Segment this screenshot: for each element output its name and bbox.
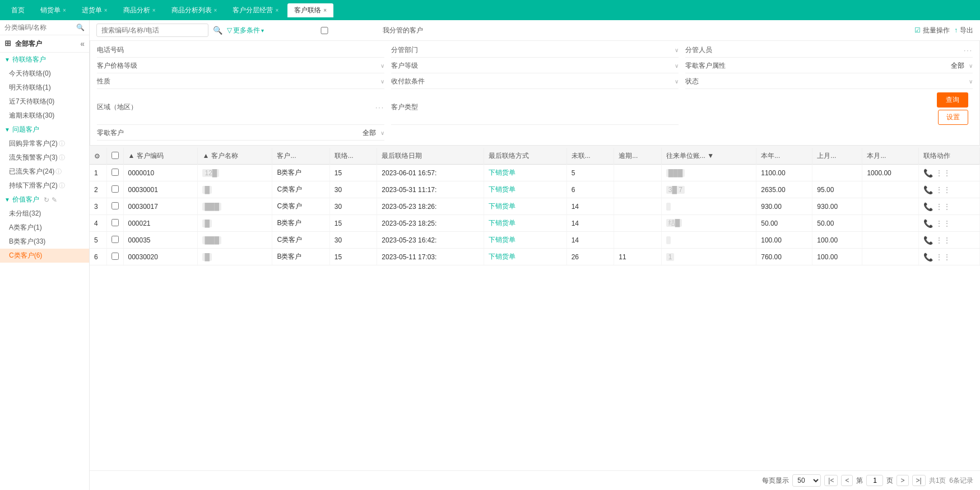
area-select[interactable]: ··· <box>141 104 384 111</box>
th-last-method: 最后联络方式 <box>484 148 567 165</box>
row-no: 2 <box>90 181 106 198</box>
gender-select[interactable]: ∨ <box>140 78 384 85</box>
prev-page-btn[interactable]: < <box>841 475 853 486</box>
nav-customer-segment[interactable]: 客户分层经营 × <box>226 3 285 17</box>
sidebar-item-tomorrow[interactable]: 明天待联络(1) <box>0 81 89 95</box>
more-action-icon[interactable]: ⋮⋮ <box>935 169 951 178</box>
value-level-select[interactable]: ∨ <box>141 63 384 69</box>
sidebar-item-today[interactable]: 今天待联络(0) <box>0 67 89 81</box>
phone-action-icon[interactable]: 📞 <box>923 169 933 178</box>
table-row: 3 00030017 ███ C类客户 30 2023-05-23 18:26:… <box>90 198 980 215</box>
collapse-sidebar-btn[interactable]: « <box>80 39 85 48</box>
sidebar-item-ungrouped[interactable]: 未分组(32) <box>0 207 89 221</box>
sidebar-search-input[interactable] <box>4 24 74 31</box>
sidebar-item-churn-warning[interactable]: 流失预警客户(3) ⓘ <box>0 151 89 165</box>
sidebar-item-class-c[interactable]: C类客户(6) <box>0 249 89 263</box>
more-action-icon[interactable]: ⋮⋮ <box>935 236 951 245</box>
retail-customer-select[interactable]: 全部 ∨ <box>140 128 384 138</box>
th-settings[interactable]: ⚙ <box>90 148 106 165</box>
row-checkbox[interactable] <box>106 215 123 232</box>
section-value[interactable]: ▼ 价值客户 ↻ ✎ <box>0 193 89 207</box>
row-overdue: 11 <box>614 249 662 265</box>
row-last-method[interactable]: 下销货单 <box>484 198 567 215</box>
more-action-icon[interactable]: ⋮⋮ <box>935 219 951 228</box>
phone-action-icon[interactable]: 📞 <box>923 185 933 194</box>
section-pending[interactable]: ▼ 待联络客户 <box>0 53 89 67</box>
last-page-btn[interactable]: >| <box>912 475 926 486</box>
row-type: C类客户 <box>272 232 329 249</box>
sidebar-item-a-label: A类客户(1) <box>9 223 42 232</box>
my-customers-checkbox[interactable] <box>268 27 380 34</box>
row-last-method[interactable]: 下销货单 <box>484 249 567 265</box>
nav-analysis-close[interactable]: × <box>152 7 156 13</box>
nav-segment-close[interactable]: × <box>275 7 278 13</box>
search-icon[interactable]: 🔍 <box>213 26 222 35</box>
retail-attr-val: 全部 <box>951 61 964 71</box>
nav-purchase[interactable]: 进货单 × <box>75 3 114 17</box>
export-btn[interactable]: ↑ 导出 <box>954 26 973 35</box>
nav-analysis-list[interactable]: 商品分析列表 × <box>165 3 224 17</box>
nav-analysis-list-close[interactable]: × <box>214 7 217 13</box>
dept-select[interactable]: ∨ <box>434 47 679 53</box>
th-this-month: 本月... <box>862 148 918 165</box>
row-last-method[interactable]: 下销货单 <box>484 181 567 198</box>
customer-level-select[interactable]: ∨ <box>434 63 679 69</box>
row-checkbox[interactable] <box>106 249 123 265</box>
nav-sales[interactable]: 销货单 × <box>34 3 73 17</box>
th-checkbox[interactable] <box>106 148 123 165</box>
row-last-method[interactable]: 下销货单 <box>484 165 567 181</box>
filter-area: 区域（地区） ··· <box>97 92 384 125</box>
sidebar-item-repurchase-abnormal[interactable]: 回购异常客户(2) ⓘ <box>0 137 89 151</box>
sidebar-item-declining[interactable]: 持续下滑客户(2) ⓘ <box>0 179 89 193</box>
row-actions: 📞 ⋮⋮ <box>918 232 980 249</box>
batch-op-btn[interactable]: ☑ 批量操作 <box>914 26 950 35</box>
nav-customer-contact[interactable]: 客户联络 × <box>287 3 333 17</box>
dept-label: 分管部门 <box>391 45 430 55</box>
more-action-icon[interactable]: ⋮⋮ <box>935 202 951 211</box>
section-problem[interactable]: ▼ 问题客户 <box>0 123 89 137</box>
phone-action-icon[interactable]: 📞 <box>923 219 933 228</box>
row-last-method[interactable]: 下销货单 <box>484 232 567 249</box>
status-select[interactable]: ∨ <box>728 78 973 85</box>
settings-button[interactable]: 设置 <box>938 110 968 125</box>
row-checkbox[interactable] <box>106 198 123 215</box>
more-action-icon[interactable]: ⋮⋮ <box>935 185 951 194</box>
sidebar-item-class-b[interactable]: B类客户(33) <box>0 235 89 249</box>
retail-attr-select[interactable]: 全部 ∨ <box>729 61 973 71</box>
nav-home[interactable]: 首页 <box>4 3 31 17</box>
phone-action-icon[interactable]: 📞 <box>923 253 933 262</box>
phone-action-icon[interactable]: 📞 <box>923 236 933 245</box>
nav-sales-close[interactable]: × <box>63 7 66 13</box>
query-button[interactable]: 查询 <box>937 92 968 108</box>
nav-contact-close[interactable]: × <box>323 7 327 13</box>
more-conditions-btn[interactable]: ▽ 更多条件 ▾ <box>227 26 264 35</box>
phone-action-icon[interactable]: 📞 <box>923 202 933 211</box>
more-action-icon[interactable]: ⋮⋮ <box>935 253 951 262</box>
sidebar-item-churn-label: 流失预警客户(3) <box>9 153 58 162</box>
payment-select[interactable]: ∨ <box>434 78 679 85</box>
nav-purchase-close[interactable]: × <box>104 7 108 13</box>
th-last-month: 上月... <box>812 148 862 165</box>
sidebar-item-7days[interactable]: 近7天待联络(0) <box>0 95 89 109</box>
sidebar-item-class-a[interactable]: A类客户(1) <box>0 221 89 235</box>
search-input[interactable] <box>96 24 208 37</box>
retail-customer-val: 全部 <box>363 128 376 138</box>
per-page-select[interactable]: 50 20 100 <box>792 474 821 487</box>
next-page-btn[interactable]: > <box>897 475 908 486</box>
page-number-input[interactable] <box>866 475 883 486</box>
row-checkbox[interactable] <box>106 181 123 198</box>
edit-icon[interactable]: ✎ <box>52 196 57 204</box>
sidebar-item-overdue-contact[interactable]: 逾期未联络(30) <box>0 109 89 123</box>
first-page-btn[interactable]: |< <box>824 475 838 486</box>
nav-analysis[interactable]: 商品分析 × <box>117 3 162 17</box>
sidebar-all-customers[interactable]: ⊞ 全部客户 « <box>0 35 89 53</box>
row-checkbox[interactable] <box>106 232 123 249</box>
refresh-icon[interactable]: ↻ <box>44 196 49 204</box>
manager-select[interactable]: ··· <box>728 46 973 54</box>
row-checkbox[interactable] <box>106 165 123 181</box>
section-pending-label: 待联络客户 <box>12 55 46 64</box>
sidebar-search-icon[interactable]: 🔍 <box>76 24 85 31</box>
select-all-checkbox[interactable] <box>112 152 119 159</box>
row-last-method[interactable]: 下销货单 <box>484 215 567 232</box>
sidebar-item-churned[interactable]: 已流失客户(24) ⓘ <box>0 165 89 179</box>
